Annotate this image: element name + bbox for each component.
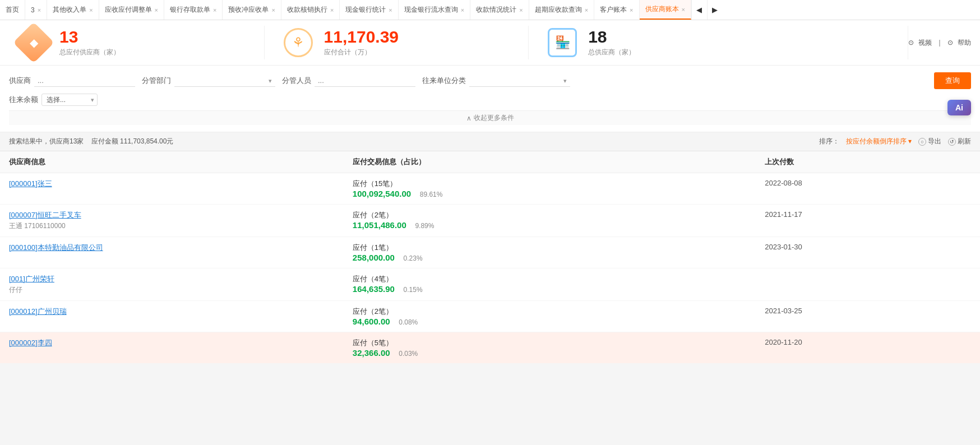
supplier-info-6: [000002]李四 — [9, 338, 353, 348]
close-cash-bank-stat[interactable]: × — [389, 7, 392, 13]
person-label: 分管人员 — [282, 76, 311, 86]
results-summary: 搜索结果中，供应商13家 应付金额 111,703,854.00元 — [9, 137, 173, 146]
close-customer-book[interactable]: × — [630, 7, 633, 13]
collapse-label: 收起更多条件 — [474, 113, 514, 123]
transaction-info-3: 应付（1笔） 258,000.00 0.23% — [353, 243, 765, 262]
table-row: [001]广州荣轩 仔仔 应付（4笔） 164,635.90 0.15% — [0, 268, 980, 301]
category-select-wrap — [469, 75, 570, 87]
nav-receipt-exec[interactable]: 收款核销执行 × — [281, 0, 340, 20]
stats-bar: ◆ 13 总应付供应商（家） ⚘ 11,170.39 应付合计（万） 🏪 18 … — [0, 20, 980, 66]
close-other-income[interactable]: × — [89, 7, 93, 13]
ai-button[interactable]: Ai — [947, 100, 971, 115]
supplier-link-4[interactable]: [001]广州荣轩 — [9, 275, 54, 283]
lastpay-1: 2022-08-08 — [765, 179, 971, 187]
nav-cash-bank-flow[interactable]: 现金银行流水查询 × — [399, 0, 470, 20]
filter-balance: 往来余额 选择... 全部 有余额 无余额 — [9, 94, 98, 106]
trans-amount-4[interactable]: 164,635.90 — [353, 284, 395, 294]
trans-amount-2[interactable]: 11,051,486.00 — [353, 220, 406, 230]
stat-card-payable-total: ⚘ 11,170.39 应付合计（万） — [265, 26, 529, 59]
close-prepay-ar[interactable]: × — [271, 7, 275, 13]
nav-supplier-book[interactable]: 供应商账本 × — [640, 0, 691, 20]
refresh-button[interactable]: ↺ 刷新 — [948, 137, 971, 146]
filter-supplier: 供应商 — [9, 75, 135, 87]
nav-tab3[interactable]: 3 × — [25, 0, 47, 20]
close-ar-ap-adjust[interactable]: × — [155, 7, 158, 13]
close-receipt-exec[interactable]: × — [330, 7, 334, 13]
trans-percent-4: 0.15% — [404, 286, 423, 294]
filter-person: 分管人员 — [282, 75, 415, 87]
nav-prev-arrow[interactable]: ◀ — [691, 0, 707, 20]
balance-label: 往来余额 — [9, 95, 38, 105]
stat-label-suppliers-payable: 总应付供应商（家） — [59, 48, 120, 57]
nav-bank-deposit[interactable]: 银行存取款单 × — [164, 0, 223, 20]
supplier-link-6[interactable]: [000002]李四 — [9, 339, 52, 347]
video-icon: ⊙ — [908, 39, 914, 47]
video-link[interactable]: 视频 — [918, 38, 932, 48]
lastpay-5: 2021-03-25 — [765, 307, 971, 315]
close-overdue-ar[interactable]: × — [585, 7, 588, 13]
trans-amount-3[interactable]: 258,000.00 — [353, 253, 395, 262]
category-select[interactable] — [469, 75, 570, 87]
sort-label: 排序： — [819, 137, 839, 146]
help-icon: ⊙ — [947, 39, 953, 47]
supplier-link-3[interactable]: [000100]本特勤油品有限公司 — [9, 243, 103, 252]
col-header-supplier: 供应商信息 — [9, 157, 353, 167]
stat-label-payable-total: 应付合计（万） — [324, 48, 399, 57]
supplier-sub-2: 王通 17106110000 — [9, 221, 353, 231]
category-label: 往来单位分类 — [422, 76, 466, 86]
nav-customer-book[interactable]: 客户账本 × — [594, 0, 639, 20]
person-input[interactable] — [315, 75, 415, 87]
supplier-info-5: [000012]广州贝瑞 — [9, 307, 353, 317]
trans-label-2: 应付（2笔） — [353, 210, 765, 220]
trans-label-6: 应付（5笔） — [353, 338, 765, 348]
nav-overdue-ar[interactable]: 超期应收款查询 × — [529, 0, 594, 20]
collapse-bar[interactable]: ∧ 收起更多条件 — [9, 110, 971, 125]
right-actions: 排序： 按应付余额倒序排序 ▾ ○ 导出 ↺ 刷新 — [819, 137, 971, 146]
dept-select[interactable] — [174, 75, 275, 87]
supplier-label: 供应商 — [9, 76, 31, 86]
table-row: [000007]恒旺二手叉车 王通 17106110000 应付（2笔） 11,… — [0, 205, 980, 237]
lastpay-2: 2021-11-17 — [765, 210, 971, 219]
help-link[interactable]: 帮助 — [958, 38, 971, 48]
supplier-link-1[interactable]: [000001]张三 — [9, 179, 52, 188]
sort-value[interactable]: 按应付余额倒序排序 ▾ — [846, 137, 912, 146]
nav-other-income[interactable]: 其他收入单 × — [47, 0, 99, 20]
supplier-info-2: [000007]恒旺二手叉车 王通 17106110000 — [9, 210, 353, 231]
nav-cash-bank-stat[interactable]: 现金银行统计 × — [340, 0, 398, 20]
filter-row-1: 供应商 分管部门 分管人员 往来单位分类 查询 — [9, 72, 971, 89]
trans-amount-1[interactable]: 100,092,540.00 — [353, 189, 411, 198]
supplier-input[interactable] — [34, 75, 135, 87]
transaction-info-2: 应付（2笔） 11,051,486.00 9.89% — [353, 210, 765, 230]
balance-select[interactable]: 选择... 全部 有余额 无余额 — [41, 94, 98, 106]
filter-dept: 分管部门 — [142, 75, 275, 87]
close-receipt-stat[interactable]: × — [519, 7, 523, 13]
nav-next-arrow[interactable]: ▶ — [707, 0, 723, 20]
lastpay-3: 2023-01-30 — [765, 243, 971, 251]
refresh-icon: ↺ — [948, 138, 956, 146]
results-bar: 搜索结果中，供应商13家 应付金额 111,703,854.00元 排序： 按应… — [0, 132, 980, 151]
export-button[interactable]: ○ 导出 — [918, 137, 941, 146]
top-right-links: ⊙ 视频 ｜ ⊙ 帮助 — [908, 38, 980, 48]
query-button[interactable]: 查询 — [934, 72, 971, 89]
close-bank-deposit[interactable]: × — [213, 7, 216, 13]
trans-amount-6[interactable]: 32,366.00 — [353, 348, 390, 358]
nav-home[interactable]: 首页 — [0, 0, 25, 20]
col-header-transaction: 应付交易信息（占比） — [353, 157, 765, 167]
supplier-link-5[interactable]: [000012]广州贝瑞 — [9, 307, 67, 316]
nav-receipt-stat[interactable]: 收款情况统计 × — [470, 0, 529, 20]
nav-prepay-ar[interactable]: 预收冲应收单 × — [223, 0, 281, 20]
lastpay-6: 2020-11-20 — [765, 338, 971, 346]
trans-amount-5[interactable]: 94,600.00 — [353, 317, 390, 326]
table-row: [000100]本特勤油品有限公司 应付（1笔） 258,000.00 0.23… — [0, 237, 980, 268]
transaction-info-4: 应付（4笔） 164,635.90 0.15% — [353, 274, 765, 294]
nav-ar-ap-adjust[interactable]: 应收应付调整单 × — [99, 0, 164, 20]
close-supplier-book[interactable]: × — [682, 6, 685, 13]
table-row: [000001]张三 应付（15笔） 100,092,540.00 89.61%… — [0, 173, 980, 205]
col-header-lastpay: 上次付数 — [765, 157, 971, 167]
supplier-link-2[interactable]: [000007]恒旺二手叉车 — [9, 211, 81, 219]
trans-label-5: 应付（2笔） — [353, 307, 765, 317]
stat-num-payable-total: 11,170.39 — [324, 29, 399, 45]
trans-label-4: 应付（4笔） — [353, 274, 765, 284]
close-cash-bank-flow[interactable]: × — [461, 7, 464, 13]
close-tab3[interactable]: × — [38, 7, 41, 13]
